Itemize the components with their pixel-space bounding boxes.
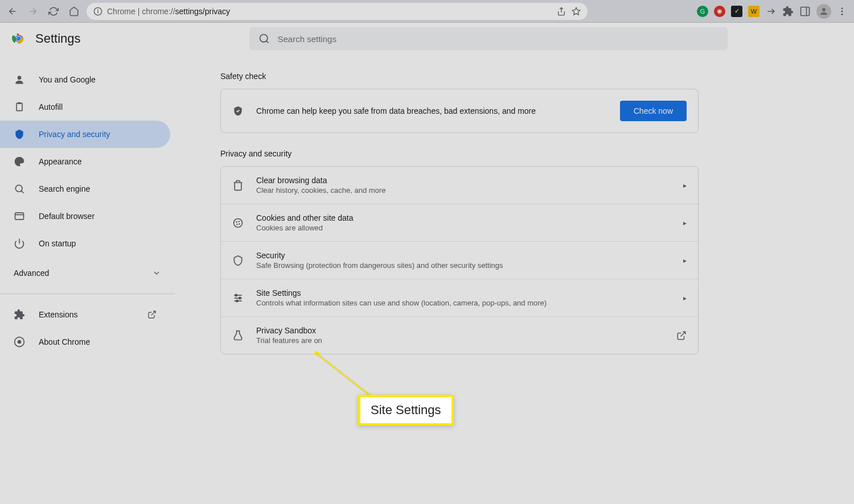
svg-point-22 (234, 218, 243, 227)
toolbar-right: G ◉ ✓ W (697, 4, 849, 19)
row-title: Cookies and other site data (256, 213, 671, 222)
settings-page: Settings You and Google Autofill Privacy… (0, 23, 854, 504)
svg-point-14 (18, 76, 22, 80)
svg-rect-18 (15, 213, 24, 220)
chevron-right-icon: ▸ (683, 294, 687, 302)
share-icon[interactable] (557, 7, 566, 16)
sidebar: You and Google Autofill Privacy and secu… (0, 55, 175, 504)
safety-text: Chrome can help keep you safe from data … (256, 106, 607, 115)
chevron-right-icon: ▸ (683, 181, 687, 189)
svg-rect-2 (97, 11, 98, 13)
sidebar-advanced[interactable]: Advanced (0, 259, 175, 287)
address-bar[interactable]: Chrome | chrome://settings/privacy (87, 3, 588, 20)
svg-rect-16 (18, 102, 21, 104)
settings-search[interactable] (249, 27, 728, 50)
safety-check-heading: Safety check (220, 72, 820, 81)
svg-point-30 (239, 297, 241, 299)
search-input[interactable] (278, 34, 718, 44)
home-button[interactable] (66, 3, 82, 19)
send-tab-icon[interactable] (765, 6, 777, 17)
row-subtitle: Controls what information sites can use … (256, 299, 671, 307)
svg-point-8 (841, 10, 843, 12)
sidebar-item-label: Appearance (39, 157, 82, 166)
profile-avatar[interactable] (816, 4, 831, 19)
tune-icon (232, 292, 244, 304)
shield-check-icon (232, 105, 244, 117)
privacy-card: Clear browsing dataClear history, cookie… (220, 166, 699, 354)
svg-marker-3 (572, 7, 580, 15)
svg-point-13 (260, 35, 267, 42)
sidebar-item-label: You and Google (39, 75, 96, 84)
extensions-icon[interactable] (782, 6, 794, 17)
row-title: Security (256, 251, 671, 260)
sidebar-item-about[interactable]: About Chrome (0, 328, 170, 356)
row-title: Clear browsing data (256, 176, 671, 185)
sidebar-item-label: About Chrome (39, 337, 90, 346)
search-icon (258, 33, 270, 44)
row-site-settings[interactable]: Site SettingsControls what information s… (221, 279, 698, 317)
svg-point-25 (236, 224, 238, 225)
sidebar-item-extensions[interactable]: Extensions (0, 301, 170, 328)
browser-icon (14, 210, 25, 222)
main-content: Safety check Chrome can help keep you sa… (175, 55, 854, 504)
sidebar-item-label: On startup (39, 239, 76, 248)
sidebar-item-autofill[interactable]: Autofill (0, 93, 170, 121)
search-icon (14, 183, 25, 195)
check-now-button[interactable]: Check now (620, 101, 687, 121)
svg-rect-15 (17, 103, 22, 110)
app-menu-icon[interactable] (837, 6, 847, 16)
site-info-icon (93, 7, 102, 16)
sidebar-item-label: Search engine (39, 184, 90, 193)
row-privacy-sandbox[interactable]: Privacy SandboxTrial features are on (221, 317, 698, 354)
sidebar-item-you-and-google[interactable]: You and Google (0, 66, 170, 93)
extension-icon-3[interactable]: ✓ (731, 6, 742, 17)
sidepanel-icon[interactable] (799, 6, 811, 17)
row-subtitle: Cookies are allowed (256, 224, 671, 232)
row-subtitle: Trial features are on (256, 336, 664, 345)
browser-toolbar: Chrome | chrome://settings/privacy G ◉ ✓… (0, 0, 854, 23)
chevron-right-icon: ▸ (683, 219, 687, 227)
extension-icon-4[interactable]: W (748, 6, 759, 17)
external-link-icon (676, 331, 687, 341)
svg-point-9 (841, 13, 843, 15)
chrome-icon (14, 336, 25, 348)
svg-point-24 (238, 221, 240, 222)
row-clear-browsing-data[interactable]: Clear browsing dataClear history, cookie… (221, 167, 698, 204)
sidebar-item-label: Default browser (39, 212, 95, 221)
row-security[interactable]: SecuritySafe Browsing (protection from d… (221, 242, 698, 279)
settings-header: Settings (0, 23, 854, 55)
row-subtitle: Safe Browsing (protection from dangerous… (256, 261, 671, 270)
row-title: Site Settings (256, 288, 671, 298)
sidebar-item-privacy[interactable]: Privacy and security (0, 121, 170, 148)
bookmark-icon[interactable] (572, 7, 581, 16)
svg-point-32 (236, 300, 238, 301)
divider (0, 294, 175, 294)
chevron-down-icon (152, 268, 161, 278)
safety-check-card: Chrome can help keep you safe from data … (220, 89, 699, 133)
svg-point-26 (239, 223, 240, 225)
back-button[interactable] (5, 3, 20, 19)
sidebar-item-default-browser[interactable]: Default browser (0, 203, 170, 230)
sidebar-item-on-startup[interactable]: On startup (0, 230, 170, 257)
extension-icon-2[interactable]: ◉ (714, 6, 725, 17)
chrome-logo-icon (11, 31, 26, 46)
sidebar-item-search-engine[interactable]: Search engine (0, 175, 170, 203)
trash-icon (232, 180, 244, 191)
extension-icon-1[interactable]: G (697, 6, 708, 17)
row-subtitle: Clear history, cookies, cache, and more (256, 186, 671, 195)
row-cookies[interactable]: Cookies and other site dataCookies are a… (221, 204, 698, 242)
svg-point-6 (822, 8, 826, 11)
power-icon (14, 238, 25, 249)
forward-button[interactable] (25, 3, 41, 19)
sidebar-item-label: Privacy and security (39, 130, 110, 139)
flask-icon (232, 330, 244, 341)
svg-point-7 (841, 7, 843, 9)
sidebar-item-appearance[interactable]: Appearance (0, 148, 170, 175)
svg-point-17 (15, 185, 22, 192)
cookie-icon (232, 217, 244, 229)
chevron-right-icon: ▸ (683, 257, 687, 265)
sidebar-item-label: Extensions (39, 310, 77, 319)
svg-point-21 (18, 340, 22, 344)
clipboard-icon (14, 101, 25, 113)
reload-button[interactable] (46, 3, 61, 19)
